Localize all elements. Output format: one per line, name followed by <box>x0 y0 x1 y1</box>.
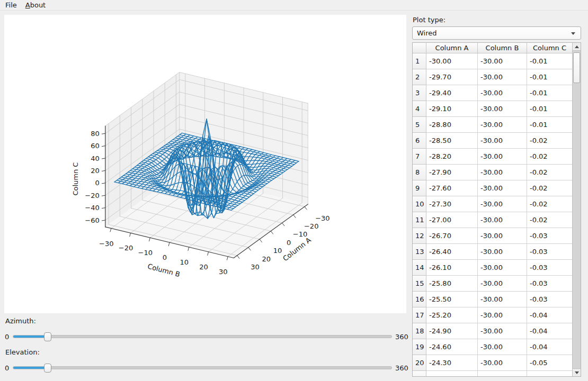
row-number[interactable]: 20 <box>413 355 426 371</box>
table-cell[interactable]: -0.04 <box>527 323 573 339</box>
scrollbar-thumb[interactable] <box>573 52 580 83</box>
table-cell[interactable]: -0.02 <box>527 212 573 228</box>
table-cell[interactable]: -29.40 <box>426 85 478 101</box>
elevation-slider[interactable] <box>13 366 392 369</box>
row-number[interactable]: 15 <box>413 276 426 292</box>
elevation-slider-thumb[interactable] <box>44 364 51 373</box>
row-number[interactable]: 6 <box>413 133 426 149</box>
table-cell[interactable]: -24.60 <box>426 339 478 355</box>
table-cell[interactable]: -0.03 <box>527 228 573 244</box>
table-cell[interactable]: -29.10 <box>426 101 478 117</box>
table-cell[interactable]: -27.60 <box>426 180 478 196</box>
table-cell[interactable] <box>426 371 478 377</box>
table-cell[interactable]: -30.00 <box>478 180 527 196</box>
table-cell[interactable]: -30.00 <box>478 117 527 133</box>
row-number[interactable]: 17 <box>413 307 426 323</box>
table-cell[interactable]: -30.00 <box>478 53 527 69</box>
table-cell[interactable]: -0.02 <box>527 149 573 165</box>
table-cell[interactable]: -30.00 <box>478 133 527 149</box>
table-cell[interactable]: -25.20 <box>426 307 478 323</box>
row-number[interactable]: 13 <box>413 244 426 260</box>
table-cell[interactable]: -30.00 <box>478 339 527 355</box>
table-cell[interactable]: -0.01 <box>527 69 573 85</box>
row-number[interactable]: 1 <box>413 53 426 69</box>
table-cell[interactable]: -0.01 <box>527 53 573 69</box>
table-row: 18-24.90-30.00-0.04 <box>413 323 573 339</box>
table-cell[interactable]: -26.40 <box>426 244 478 260</box>
table-cell[interactable]: -28.80 <box>426 117 478 133</box>
table-cell[interactable]: -30.00 <box>478 165 527 180</box>
table-cell[interactable]: -27.00 <box>426 212 478 228</box>
scroll-down-button[interactable] <box>573 368 581 376</box>
table-cell[interactable]: -24.30 <box>426 355 478 371</box>
table-cell[interactable]: -0.02 <box>527 133 573 149</box>
table-cell[interactable]: -0.03 <box>527 260 573 276</box>
table-cell[interactable]: -26.70 <box>426 228 478 244</box>
scroll-up-button[interactable] <box>573 43 581 51</box>
table-cell[interactable]: -30.00 <box>478 69 527 85</box>
row-number[interactable]: 14 <box>413 260 426 276</box>
menu-about[interactable]: About <box>21 1 50 10</box>
table-cell[interactable]: -29.70 <box>426 69 478 85</box>
table-cell[interactable]: -30.00 <box>478 101 527 117</box>
table-cell[interactable]: -30.00 <box>478 212 527 228</box>
table-cell[interactable]: -0.01 <box>527 101 573 117</box>
table-cell[interactable] <box>527 371 573 377</box>
table-cell[interactable]: -27.90 <box>426 165 478 180</box>
azimuth-slider-thumb[interactable] <box>44 332 51 341</box>
column-header[interactable]: Column A <box>426 43 478 53</box>
table-cell[interactable]: -30.00 <box>478 196 527 212</box>
table-cell[interactable]: -0.03 <box>527 244 573 260</box>
row-number[interactable]: 18 <box>413 323 426 339</box>
plot-type-combobox[interactable]: Wired <box>412 26 581 40</box>
row-number[interactable]: 12 <box>413 228 426 244</box>
table-cell[interactable]: -28.20 <box>426 149 478 165</box>
row-number[interactable]: 9 <box>413 180 426 196</box>
table-corner-cell[interactable] <box>413 43 426 53</box>
row-number[interactable]: 2 <box>413 69 426 85</box>
table-cell[interactable]: -30.00 <box>478 355 527 371</box>
table-cell[interactable]: -26.10 <box>426 260 478 276</box>
row-number[interactable] <box>413 371 426 377</box>
table-cell[interactable]: -0.02 <box>527 165 573 180</box>
table-scrollbar[interactable] <box>572 43 581 376</box>
table-cell[interactable]: -0.03 <box>527 292 573 307</box>
table-cell[interactable]: -0.02 <box>527 196 573 212</box>
table-cell[interactable]: -30.00 <box>478 292 527 307</box>
table-cell[interactable]: -0.01 <box>527 85 573 101</box>
table-cell[interactable]: -30.00 <box>478 260 527 276</box>
table-cell[interactable]: -24.90 <box>426 323 478 339</box>
table-cell[interactable]: -25.50 <box>426 292 478 307</box>
table-cell[interactable]: -30.00 <box>426 53 478 69</box>
row-number[interactable]: 7 <box>413 149 426 165</box>
table-cell[interactable]: -25.80 <box>426 276 478 292</box>
table-cell[interactable]: -27.30 <box>426 196 478 212</box>
table-cell[interactable] <box>478 371 527 377</box>
table-cell[interactable]: -28.50 <box>426 133 478 149</box>
table-cell[interactable]: -0.01 <box>527 117 573 133</box>
table-cell[interactable]: -30.00 <box>478 244 527 260</box>
table-cell[interactable]: -0.03 <box>527 276 573 292</box>
table-cell[interactable]: -0.02 <box>527 180 573 196</box>
row-number[interactable]: 4 <box>413 101 426 117</box>
table-cell[interactable]: -30.00 <box>478 228 527 244</box>
row-number[interactable]: 16 <box>413 292 426 307</box>
table-cell[interactable]: -30.00 <box>478 307 527 323</box>
table-cell[interactable]: -30.00 <box>478 276 527 292</box>
row-number[interactable]: 8 <box>413 165 426 180</box>
table-cell[interactable]: -0.04 <box>527 339 573 355</box>
column-header[interactable]: Column C <box>527 43 573 53</box>
table-cell[interactable]: -30.00 <box>478 85 527 101</box>
table-cell[interactable]: -30.00 <box>478 149 527 165</box>
row-number[interactable]: 3 <box>413 85 426 101</box>
table-cell[interactable]: -30.00 <box>478 323 527 339</box>
row-number[interactable]: 5 <box>413 117 426 133</box>
menu-file[interactable]: File <box>1 1 21 10</box>
column-header[interactable]: Column B <box>478 43 527 53</box>
table-cell[interactable]: -0.05 <box>527 355 573 371</box>
table-cell[interactable]: -0.04 <box>527 307 573 323</box>
row-number[interactable]: 10 <box>413 196 426 212</box>
row-number[interactable]: 19 <box>413 339 426 355</box>
row-number[interactable]: 11 <box>413 212 426 228</box>
azimuth-slider[interactable] <box>13 335 392 338</box>
